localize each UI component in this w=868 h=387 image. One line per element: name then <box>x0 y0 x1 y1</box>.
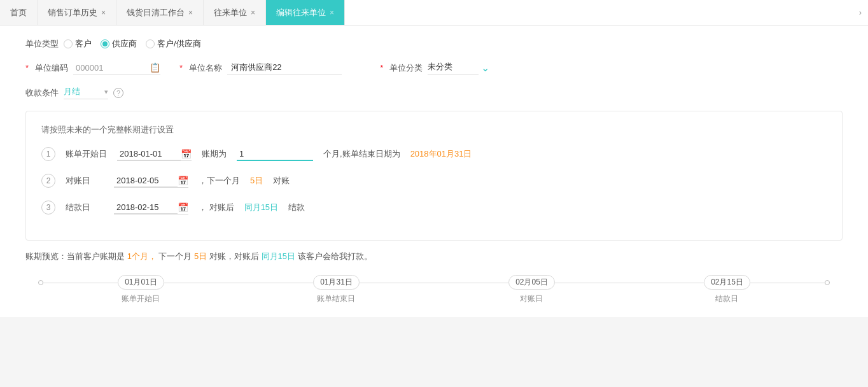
category-dropdown-arrow[interactable]: ⌄ <box>481 62 489 74</box>
preview-middle1: 下一个月 <box>158 251 192 261</box>
tab-sales-order-history[interactable]: 销售订单历史 × <box>38 0 116 25</box>
step-3-calendar-icon[interactable]: 📅 <box>178 202 188 213</box>
step-2-label: 对账日 <box>66 175 104 186</box>
payment-terms-row: 收款条件 月结 ▾ ? <box>25 86 843 99</box>
radio-customer-supplier-circle <box>146 39 155 48</box>
timeline-content: 01月01日 账单开始日 01月31日 账单结束日 02月0 <box>43 275 825 304</box>
tab-edit-partner-unit[interactable]: 编辑往来单位 × <box>266 0 345 25</box>
step-2-highlight: 5日 <box>250 175 263 186</box>
timeline-node-2: 01月31日 <box>313 275 360 290</box>
timeline-node-1: 01月01日 <box>118 275 164 290</box>
close-tab-sales[interactable]: × <box>101 8 106 17</box>
unit-name-star: * <box>179 63 183 73</box>
payment-terms-label: 收款条件 <box>25 87 59 99</box>
timeline-end-dot <box>825 280 830 285</box>
preview-highlight3: 同月15日 <box>262 251 295 261</box>
unit-category-group: * 单位分类 未分类 ⌄ <box>380 61 489 74</box>
unit-name-label: 单位名称 <box>189 62 222 74</box>
timeline-item-2: 01月31日 账单结束日 <box>313 275 360 304</box>
preview-middle2: 对账，对账后 <box>209 251 259 261</box>
timeline-nodes: 01月01日 账单开始日 01月31日 账单结束日 02月0 <box>43 275 825 304</box>
close-tab-cash[interactable]: × <box>188 8 193 17</box>
step-1-period-input[interactable] <box>237 148 313 161</box>
unit-type-radio-group: 客户 供应商 客户/供应商 <box>64 38 201 50</box>
tab-home[interactable]: 首页 <box>0 0 38 25</box>
step-1-number: 1 <box>41 147 55 161</box>
radio-supplier-circle <box>101 39 109 48</box>
step-3-number: 3 <box>41 201 55 215</box>
timeline-item-3: 02月05日 对账日 <box>508 275 555 304</box>
timeline-label-4: 结款日 <box>715 293 738 304</box>
timeline-node-4: 02月15日 <box>704 275 750 290</box>
chevron-right-icon: › <box>859 8 862 17</box>
tab-bar: 首页 销售订单历史 × 钱货日清工作台 × 往来单位 × 编辑往来单位 × › <box>0 0 868 25</box>
help-icon[interactable]: ? <box>113 88 123 98</box>
settings-box: 请按照未来的一个完整帐期进行设置 1 账单开始日 📅 账期为 个月,账单结束日期… <box>25 111 843 241</box>
unit-category-star: * <box>380 63 383 73</box>
step-1-period-label: 账期为 <box>202 148 227 160</box>
step-2-row: 2 对账日 📅 ，下一个月 5日 对账 <box>41 174 827 188</box>
step-2-date-wrap: 📅 <box>114 174 188 188</box>
timeline: 01月01日 账单开始日 01月31日 账单结束日 02月0 <box>38 275 830 304</box>
step-3-date-input[interactable] <box>114 201 178 214</box>
unit-code-group: * 单位编码 📋 <box>25 62 160 74</box>
step-1-date-input[interactable] <box>117 148 181 160</box>
unit-type-row: 单位类型 客户 供应商 客户/供应商 <box>25 38 843 50</box>
radio-supplier[interactable]: 供应商 <box>101 38 137 50</box>
payment-terms-chevron: ▾ <box>104 88 108 96</box>
step-3-label: 结款日 <box>66 202 104 213</box>
timeline-label-1: 账单开始日 <box>122 293 160 304</box>
preview-highlight1: 1个月， <box>127 251 157 261</box>
tab-cash-reconciliation[interactable]: 钱货日清工作台 × <box>116 0 204 25</box>
tab-scroll-arrow[interactable]: › <box>853 0 868 25</box>
step-1-calendar-icon[interactable]: 📅 <box>181 149 192 159</box>
step-1-row: 1 账单开始日 📅 账期为 个月,账单结束日期为 2018年01月31日 <box>41 147 827 161</box>
unit-code-input[interactable] <box>73 62 150 74</box>
main-content: 单位类型 客户 供应商 客户/供应商 * 单位编码 <box>0 25 868 317</box>
unit-code-icon[interactable]: 📋 <box>150 62 160 73</box>
timeline-label-2: 账单结束日 <box>317 293 355 304</box>
step-2-calendar-icon[interactable]: 📅 <box>178 176 188 186</box>
unit-category-select[interactable]: 未分类 ⌄ <box>428 61 489 74</box>
unit-info-row: * 单位编码 📋 * 单位名称 * 单位分类 未分类 ⌄ <box>25 61 843 74</box>
unit-code-input-wrap: 📋 <box>73 62 160 74</box>
radio-customer-supplier[interactable]: 客户/供应商 <box>146 38 201 50</box>
radio-supplier-label: 供应商 <box>112 38 137 50</box>
radio-customer-supplier-label: 客户/供应商 <box>157 38 201 50</box>
step-3-row: 3 结款日 📅 ， 对账后 同月15日 结款 <box>41 201 827 215</box>
step-3-highlight: 同月15日 <box>244 202 278 213</box>
step-2-date-input[interactable] <box>114 174 178 187</box>
unit-category-value: 未分类 <box>428 61 479 74</box>
preview-prefix: 账期预览：当前客户账期是 <box>25 251 125 261</box>
radio-customer-circle <box>64 39 73 48</box>
unit-name-input[interactable] <box>227 62 342 74</box>
payment-terms-select[interactable]: 月结 ▾ <box>64 86 108 99</box>
timeline-label-3: 对账日 <box>520 293 543 304</box>
payment-terms-group: 收款条件 月结 ▾ ? <box>25 86 123 99</box>
radio-customer-label: 客户 <box>75 38 92 50</box>
close-tab-edit-partner[interactable]: × <box>330 8 334 17</box>
unit-code-label: 单位编码 <box>35 62 68 74</box>
unit-name-group: * 单位名称 <box>179 62 342 74</box>
preview-suffix: 该客户会给我打款。 <box>298 251 372 261</box>
close-tab-partner[interactable]: × <box>251 8 255 17</box>
timeline-item-1: 01月01日 账单开始日 <box>118 275 164 304</box>
step-3-suffix-before: ， 对账后 <box>199 202 234 213</box>
step-1-label: 账单开始日 <box>66 148 107 160</box>
timeline-wrapper: 01月01日 账单开始日 01月31日 账单结束日 02月0 <box>25 275 843 304</box>
unit-type-group: 单位类型 客户 供应商 客户/供应商 <box>25 38 201 50</box>
preview-text: 账期预览：当前客户账期是 1个月， 下一个月 5日 对账，对账后 同月15日 该… <box>25 251 843 262</box>
unit-code-star: * <box>25 63 29 73</box>
payment-terms-value: 月结 <box>64 86 102 97</box>
step-2-number: 2 <box>41 174 55 188</box>
step-2-suffix-before: ，下一个月 <box>199 175 240 186</box>
step-2-suffix-after: 对账 <box>273 175 290 186</box>
timeline-item-4: 02月15日 结款日 <box>704 275 750 304</box>
settings-title: 请按照未来的一个完整帐期进行设置 <box>41 124 827 136</box>
unit-category-label: 单位分类 <box>389 62 423 74</box>
step-3-suffix-after: 结款 <box>288 202 305 213</box>
tab-partner-unit[interactable]: 往来单位 × <box>204 0 266 25</box>
radio-customer[interactable]: 客户 <box>64 38 92 50</box>
step-1-end-date: 2018年01月31日 <box>410 148 472 160</box>
unit-type-label: 单位类型 <box>25 38 59 50</box>
